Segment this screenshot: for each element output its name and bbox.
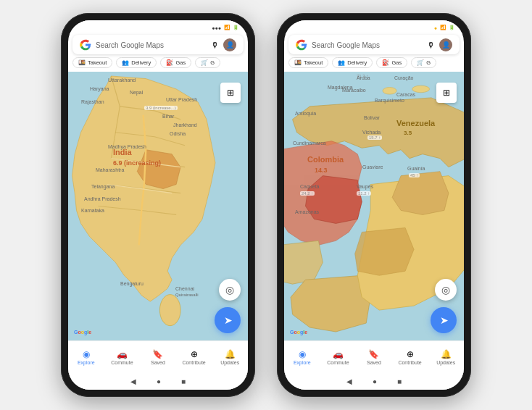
google-watermark-1: Google	[74, 330, 91, 335]
location-button-1[interactable]: ◎	[219, 279, 241, 301]
navigate-fab-2[interactable]: ➤	[431, 307, 457, 333]
location-button-2[interactable]: ◎	[435, 279, 457, 301]
label-caqueta: Caquetá	[300, 184, 319, 189]
nav-contribute-1[interactable]: ⊕ Contribute	[176, 349, 212, 365]
saved-icon-1: 🔖	[152, 349, 163, 359]
svg-point-4	[383, 88, 396, 95]
pill-gas-2[interactable]: ⛽ Gas	[376, 57, 407, 68]
label-telangana: Telangana	[91, 184, 115, 189]
navigate-icon-1: ➤	[224, 314, 233, 326]
google-logo-icon	[80, 39, 91, 51]
search-input-1[interactable]: Search Google Maps	[96, 41, 207, 49]
contribute-icon-2: ⊕	[407, 349, 414, 359]
label-tiruchirappalli: Quirairasalli	[175, 293, 199, 297]
location-icon-1: ◎	[225, 284, 234, 296]
label-barquisimeto: Barquisimeto	[375, 98, 404, 103]
label-antioquia: Antioquia	[295, 111, 316, 116]
updates-icon-1: 🔔	[225, 349, 236, 359]
updates-icon-2: 🔔	[441, 349, 452, 359]
label-vichada: Vichada	[362, 130, 381, 135]
saved-icon-2: 🔖	[368, 349, 379, 359]
nav-explore-2[interactable]: ◉ Explore	[284, 349, 320, 365]
pill-takeout-2[interactable]: 🍱 Takeout	[288, 57, 328, 68]
layers-icon-2: ⊞	[443, 88, 450, 98]
nav-commute-2[interactable]: 🚗 Commute	[320, 349, 357, 365]
label-nepal: Nepal	[130, 90, 143, 95]
nav-contribute-2[interactable]: ⊕ Contribute	[392, 349, 428, 365]
layers-button-1[interactable]: ⊞	[220, 83, 241, 103]
category-bar-1: 🍱 Takeout 👥 Delivery ⛽ Gas 🛒 G	[68, 57, 248, 72]
nav-saved-1[interactable]: 🔖 Saved	[140, 349, 176, 365]
navigate-fab-1[interactable]: ➤	[215, 307, 241, 333]
label-rajasthan: Rajasthan	[81, 99, 104, 104]
contribute-label-2: Contribute	[398, 360, 421, 365]
india-label: India	[113, 148, 132, 156]
saved-label-1: Saved	[151, 360, 165, 365]
status-bar-1: ●●● 📶 🔋	[68, 20, 248, 35]
bottom-nav-2: ◉ Explore 🚗 Commute 🔖 Saved ⊕ Contribute…	[284, 340, 464, 372]
pill-more-1[interactable]: 🛒 G	[195, 57, 220, 68]
label-cundinamarca: Cundinamarca	[293, 141, 326, 146]
back-btn-1[interactable]: ◀	[130, 377, 136, 385]
layers-icon-1: ⊞	[227, 88, 234, 98]
location-icon-2: ◎	[441, 284, 450, 296]
search-bar-1[interactable]: Search Google Maps 🎙 👤	[72, 35, 244, 54]
avatar-icon-1[interactable]: 👤	[223, 38, 236, 51]
india-map-bg	[68, 72, 248, 340]
search-bar-2[interactable]: Search Google Maps 🎙 👤	[288, 35, 460, 54]
pill-delivery-1[interactable]: 👥 Delivery	[116, 57, 157, 68]
nav-commute-1[interactable]: 🚗 Commute	[104, 349, 141, 365]
nav-updates-2[interactable]: 🔔 Updates	[428, 349, 464, 365]
updates-label-2: Updates	[436, 360, 455, 365]
dist-vaupes: 11.2 ↑	[357, 191, 371, 196]
label-maracaibo: Maracaibo	[342, 88, 366, 93]
venezuela-map: Aruba 71.2 ↑ Curação Magdalena Maracaibo…	[284, 72, 464, 340]
avatar-icon-2[interactable]: 👤	[439, 38, 452, 51]
phone-2-screen: ● 📶 🔋 Search Google Maps 🎙 👤	[284, 20, 464, 390]
home-btn-1[interactable]: ●	[157, 377, 161, 385]
label-bolivar: Bolívar	[364, 115, 380, 120]
venezuela-value: 3.5	[404, 130, 412, 136]
saved-label-2: Saved	[367, 360, 381, 365]
pill-gas-1[interactable]: ⛽ Gas	[160, 57, 191, 68]
nav-updates-1[interactable]: 🔔 Updates	[212, 349, 248, 365]
label-amazonas: Amazonas	[295, 209, 319, 214]
mic-icon-2[interactable]: 🎙	[427, 41, 435, 49]
dist-caqueta: 24.2 ↑	[300, 191, 315, 196]
commute-label-1: Commute	[111, 360, 133, 365]
commute-icon-2: 🚗	[333, 349, 344, 359]
pill-takeout-1[interactable]: 🍱 Takeout	[72, 57, 112, 68]
mic-icon-1[interactable]: 🎙	[211, 41, 219, 49]
label-jharkhand: Jharkhand	[173, 122, 197, 127]
label-curacao: Curação	[394, 75, 413, 80]
explore-icon-2: ◉	[299, 349, 306, 359]
phone-2: ● 📶 🔋 Search Google Maps 🎙 👤	[277, 13, 471, 397]
pill-delivery-2[interactable]: 👥 Delivery	[332, 57, 373, 68]
google-watermark-2: Google	[290, 330, 307, 335]
india-value: 6.9 (increasing)	[113, 159, 161, 167]
colombia-value: 14.3	[315, 167, 328, 174]
dist-vichada: 15.7 ↑	[367, 135, 382, 140]
contribute-icon-1: ⊕	[191, 349, 198, 359]
back-btn-2[interactable]: ◀	[346, 377, 352, 385]
nav-explore-1[interactable]: ◉ Explore	[68, 349, 104, 365]
bottom-nav-1: ◉ Explore 🚗 Commute 🔖 Saved ⊕ Contribute…	[68, 340, 248, 372]
sys-nav-1: ◀ ● ■	[68, 372, 248, 390]
label-guaviare: Guaviare	[362, 164, 383, 170]
home-btn-2[interactable]: ●	[373, 377, 377, 385]
label-bihar: Bihar	[162, 114, 174, 119]
explore-label-1: Explore	[78, 360, 95, 365]
label-karnataka: Karnataka	[81, 208, 104, 213]
recents-btn-1[interactable]: ■	[181, 377, 186, 385]
nav-saved-2[interactable]: 🔖 Saved	[356, 349, 392, 365]
label-vaupes: Vaupés	[357, 184, 373, 189]
recents-btn-2[interactable]: ■	[397, 377, 402, 385]
contribute-label-1: Contribute	[182, 360, 205, 365]
phone-1-screen: ●●● 📶 🔋 Search Google Maps 🎙 👤	[68, 20, 248, 390]
sys-nav-2: ◀ ● ■	[284, 372, 464, 390]
label-caracas: Caracas	[396, 92, 415, 97]
layers-button-2[interactable]: ⊞	[436, 83, 457, 103]
pill-more-2[interactable]: 🛒 G	[411, 57, 436, 68]
navigate-icon-2: ➤	[440, 314, 449, 326]
search-input-2[interactable]: Search Google Maps	[312, 41, 423, 49]
